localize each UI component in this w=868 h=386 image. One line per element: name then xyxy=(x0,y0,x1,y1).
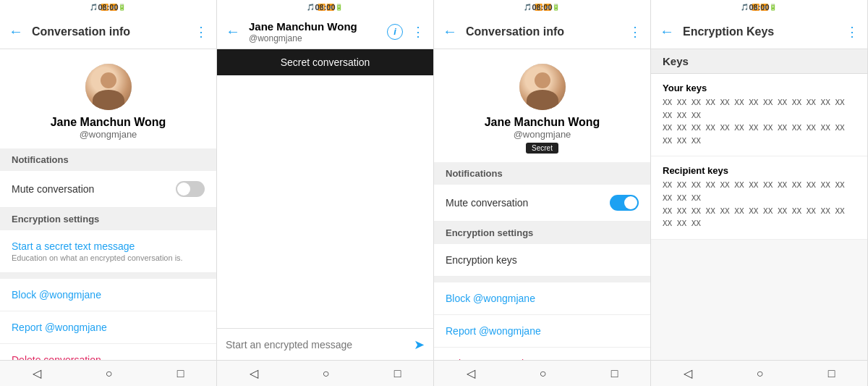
report-item-3[interactable]: Report @wongmjane xyxy=(434,315,650,348)
nav-recents-3[interactable]: □ xyxy=(611,367,618,380)
block-label-3: Block @wongmjane xyxy=(446,293,535,304)
report-label-1: Report @wongmjane xyxy=(12,322,107,333)
app-title-3: Conversation info xyxy=(466,25,620,38)
block-item-1[interactable]: Block @wongmjane xyxy=(0,279,216,311)
section-header-encryption-3: Encryption settings xyxy=(434,222,650,244)
report-item-1[interactable]: Report @wongmjane xyxy=(0,311,216,344)
app-bar-1: ← Conversation info ⋮ xyxy=(0,14,216,49)
app-title-1: Conversation info xyxy=(32,25,186,38)
keys-section-header-4: Keys xyxy=(651,49,867,74)
nav-recents-4[interactable]: □ xyxy=(828,367,835,380)
screen1: 🎵 📶📶🔋 08:00 ← Conversation info ⋮ Jane M… xyxy=(0,0,217,386)
nav-home-2[interactable]: ○ xyxy=(323,367,330,380)
recipient-keys-block-4: Recipient keys XX XX XX XX XX XX XX XX X… xyxy=(651,156,867,239)
screen4: 🎵 📶📶🔋 08:00 ← Encryption Keys ⋮ Keys You… xyxy=(651,0,868,386)
recipient-keys-value1-4: XX XX XX XX XX XX XX XX XX XX XX XX XX X… xyxy=(663,179,856,204)
nav-bar-3: ◁ ○ □ xyxy=(434,360,650,386)
nav-home-3[interactable]: ○ xyxy=(540,367,547,380)
status-bar-1: 🎵 📶📶🔋 08:00 xyxy=(0,0,216,14)
avatar-1 xyxy=(85,64,132,110)
section-header-notifications-1: Notifications xyxy=(0,148,216,171)
time-4: 08:00 xyxy=(749,3,769,12)
nav-home-4[interactable]: ○ xyxy=(757,367,764,380)
app-title-4: Encryption Keys xyxy=(683,25,837,38)
your-keys-value2-4: XX XX XX XX XX XX XX XX XX XX XX XX XX X… xyxy=(663,122,856,147)
delete-item-1[interactable]: Delete conversation xyxy=(0,344,216,360)
send-button-2[interactable]: ➤ xyxy=(414,337,425,353)
mute-toggle-1[interactable] xyxy=(176,181,205,197)
mute-conversation-1[interactable]: Mute conversation xyxy=(0,171,216,208)
profile-name-3: Jane Manchun Wong xyxy=(485,116,600,129)
start-secret-label-1: Start a secret text message xyxy=(12,240,135,252)
spacer-1 xyxy=(0,273,216,279)
nav-back-2[interactable]: ◁ xyxy=(250,366,258,380)
profile-name-1: Jane Manchun Wong xyxy=(51,116,166,129)
nav-bar-4: ◁ ○ □ xyxy=(651,360,867,386)
app-title-handle-2: @wongmjane xyxy=(249,33,381,43)
block-label-1: Block @wongmjane xyxy=(12,289,101,301)
back-button-2[interactable]: ← xyxy=(223,20,243,43)
status-bar-2: 🎵 📶📶🔋 08:00 xyxy=(217,0,433,14)
app-bar-3: ← Conversation info ⋮ xyxy=(434,14,650,49)
content-1: Notifications Mute conversation Encrypti… xyxy=(0,148,216,360)
nav-home-1[interactable]: ○ xyxy=(106,367,113,380)
start-secret-1[interactable]: Start a secret text message Education on… xyxy=(0,230,216,273)
section-header-notifications-3: Notifications xyxy=(434,162,650,185)
nav-bar-2: ◁ ○ □ xyxy=(217,360,433,386)
profile-handle-3: @wongmjane xyxy=(514,129,571,140)
encryption-keys-label-3: Encryption keys xyxy=(446,254,517,266)
nav-recents-2[interactable]: □ xyxy=(394,367,401,380)
nav-bar-1: ◁ ○ □ xyxy=(0,360,216,386)
avatar-3 xyxy=(519,64,566,110)
more-menu-1[interactable]: ⋮ xyxy=(192,21,210,43)
mute-label-3: Mute conversation xyxy=(446,197,528,209)
app-title-main-2: Jane Manchun Wong xyxy=(249,20,381,33)
profile-handle-1: @wongmjane xyxy=(80,129,137,140)
message-input-bar-2: ➤ xyxy=(217,328,433,360)
back-button-1[interactable]: ← xyxy=(6,20,26,43)
nav-back-3[interactable]: ◁ xyxy=(467,366,475,380)
app-bar-4: ← Encryption Keys ⋮ xyxy=(651,14,867,49)
recipient-keys-label-4: Recipient keys xyxy=(663,165,856,176)
mute-label-1: Mute conversation xyxy=(12,183,94,195)
screen2: 🎵 📶📶🔋 08:00 ← Jane Manchun Wong @wongmja… xyxy=(217,0,434,386)
time-3: 08:00 xyxy=(532,3,552,12)
your-keys-block-4: Your keys XX XX XX XX XX XX XX XX XX XX … xyxy=(651,74,867,156)
report-label-3: Report @wongmjane xyxy=(446,325,541,337)
more-menu-4[interactable]: ⋮ xyxy=(843,21,861,43)
app-bar-2: ← Jane Manchun Wong @wongmjane i ⋮ xyxy=(217,14,433,49)
your-keys-label-4: Your keys xyxy=(663,83,856,93)
screen3: 🎵 📶📶🔋 08:00 ← Conversation info ⋮ Jane M… xyxy=(434,0,651,386)
start-secret-sub-1: Education on what an encrypted conversat… xyxy=(12,253,183,262)
profile-section-3: Jane Manchun Wong @wongmjane Secret xyxy=(434,49,650,162)
mute-conversation-3[interactable]: Mute conversation xyxy=(434,185,650,222)
block-item-3[interactable]: Block @wongmjane xyxy=(434,282,650,315)
title-sub-2: Jane Manchun Wong @wongmjane xyxy=(249,20,381,43)
time-2: 08:00 xyxy=(315,3,335,12)
nav-back-1[interactable]: ◁ xyxy=(33,366,41,380)
nav-back-4[interactable]: ◁ xyxy=(684,366,692,380)
more-menu-2[interactable]: ⋮ xyxy=(409,21,427,43)
section-header-encryption-1: Encryption settings xyxy=(0,208,216,230)
chat-area-2 xyxy=(217,75,433,328)
status-bar-4: 🎵 📶📶🔋 08:00 xyxy=(651,0,867,14)
encryption-keys-item-3[interactable]: Encryption keys xyxy=(434,244,650,277)
time-1: 08:00 xyxy=(98,3,118,12)
secret-banner-2: Secret conversation xyxy=(217,49,433,75)
more-menu-3[interactable]: ⋮ xyxy=(626,21,644,43)
delete-label-1: Delete conversation xyxy=(12,354,101,360)
secret-badge-3: Secret xyxy=(526,143,558,154)
nav-recents-1[interactable]: □ xyxy=(177,367,184,380)
message-input-2[interactable] xyxy=(226,339,408,351)
back-button-4[interactable]: ← xyxy=(657,20,677,43)
content-3: Notifications Mute conversation Encrypti… xyxy=(434,162,650,360)
your-keys-value1-4: XX XX XX XX XX XX XX XX XX XX XX XX XX X… xyxy=(663,96,856,122)
mute-toggle-3[interactable] xyxy=(610,195,639,211)
profile-section-1: Jane Manchun Wong @wongmjane xyxy=(0,49,216,148)
info-icon-2[interactable]: i xyxy=(387,24,403,40)
back-button-3[interactable]: ← xyxy=(440,20,460,43)
recipient-keys-value2-4: XX XX XX XX XX XX XX XX XX XX XX XX XX X… xyxy=(663,205,856,230)
status-bar-3: 🎵 📶📶🔋 08:00 xyxy=(434,0,650,14)
delete-item-3[interactable]: Delete conversation xyxy=(434,348,650,360)
keys-content-4: Keys Your keys XX XX XX XX XX XX XX XX X… xyxy=(651,49,867,360)
